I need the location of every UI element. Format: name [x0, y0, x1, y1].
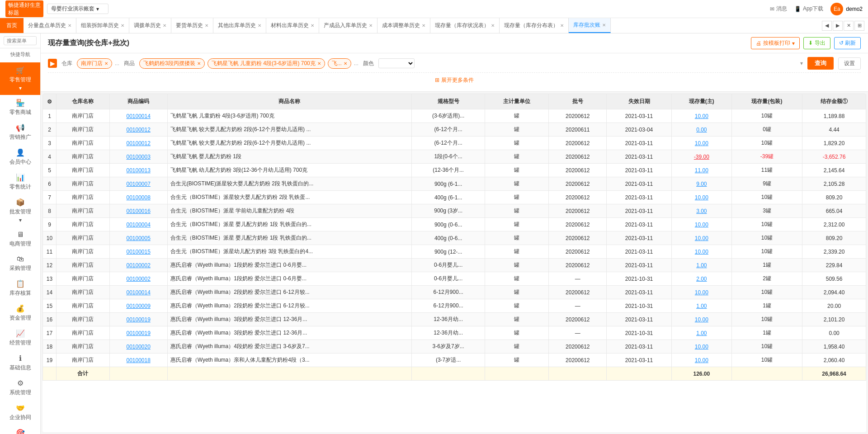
- user-profile[interactable]: Ea demo2: [830, 3, 863, 15]
- product-tag-1-close[interactable]: ✕: [197, 61, 201, 66]
- cell-qty-main[interactable]: 10.00: [671, 354, 731, 367]
- tab-home[interactable]: 首页: [0, 18, 24, 33]
- cell-code[interactable]: 00100018: [109, 354, 167, 367]
- tab-现存量库存分布表[interactable]: 现存量（库存分布表） ✕: [500, 18, 569, 33]
- refresh-button[interactable]: ↺ 刷新: [834, 37, 861, 49]
- sidebar-item-库存核算[interactable]: 📋 库存核算: [0, 276, 40, 301]
- tab-成本调整单历史[interactable]: 成本调整单历史 ✕: [377, 18, 430, 33]
- expand-button[interactable]: ▶: [48, 59, 57, 68]
- cell-qty-main[interactable]: 9.00: [671, 177, 731, 191]
- sidebar-item-批发管理[interactable]: 📦 批发管理 ▾: [0, 194, 40, 227]
- cell-code[interactable]: 00100014: [109, 286, 167, 299]
- cell-code[interactable]: 00100015: [109, 245, 167, 259]
- cell-code[interactable]: 00100005: [109, 231, 167, 245]
- cell-qty-main[interactable]: 10.00: [671, 231, 731, 245]
- cell-qty-main[interactable]: 2.00: [671, 272, 731, 286]
- cell-code[interactable]: 00100002: [109, 259, 167, 272]
- product-tag-2[interactable]: 飞鹤星飞帆 儿童奶粉 4段(3-6岁适用) 700克 ✕: [208, 58, 325, 69]
- sidebar-item-会员中心[interactable]: 👤 会员中心: [0, 145, 40, 170]
- export-button[interactable]: ⬇ 导出: [803, 37, 830, 49]
- cell-code[interactable]: 00100007: [109, 177, 167, 191]
- tab-分量盘点单历史[interactable]: 分量盘点单历史 ✕: [24, 18, 76, 33]
- cell-code[interactable]: 00100019: [109, 313, 167, 326]
- industry-select[interactable]: 母婴行业演示账套 ▾: [47, 4, 108, 14]
- tab-要货单历史[interactable]: 要货单历史 ✕: [171, 18, 213, 33]
- tab-材料出库单历史[interactable]: 材料出库单历史 ✕: [266, 18, 319, 33]
- cell-qty-main[interactable]: 10.00: [671, 109, 731, 123]
- cell-code[interactable]: 00100009: [109, 299, 167, 313]
- tab-close-icon[interactable]: ✕: [560, 23, 564, 28]
- template-print-button[interactable]: 🖨 按模板打印 ▾: [751, 37, 800, 49]
- tab-close-icon[interactable]: ✕: [258, 23, 261, 28]
- tab-next-button[interactable]: ▶: [833, 21, 843, 31]
- product-tag-3-close[interactable]: ✕: [344, 61, 347, 66]
- cell-qty-main[interactable]: 10.00: [671, 245, 731, 259]
- sidebar-item-资金管理[interactable]: 💰 资金管理: [0, 301, 40, 326]
- expand-more-button[interactable]: ⊞ 展开更多条件: [431, 75, 477, 86]
- cell-code[interactable]: 00100019: [109, 326, 167, 340]
- search-input[interactable]: [4, 36, 37, 45]
- tab-调拨单历史[interactable]: 调拨单历史 ✕: [129, 18, 171, 33]
- sidebar-item-零售管理[interactable]: 🛒 零售管理 ▾: [0, 62, 40, 95]
- sidebar-item-零售商城[interactable]: 🏪 零售商城: [0, 95, 40, 120]
- cell-qty-main[interactable]: 11.00: [671, 164, 731, 177]
- sidebar-quick-nav[interactable]: 快捷导航: [0, 48, 40, 61]
- cell-code[interactable]: 00100008: [109, 191, 167, 204]
- query-button[interactable]: 查询: [807, 57, 834, 70]
- cell-code[interactable]: 00100004: [109, 218, 167, 231]
- tab-close-icon[interactable]: ✕: [311, 23, 314, 28]
- sidebar-item-新手引导[interactable]: 🎯 新手引导: [0, 425, 40, 434]
- message-button[interactable]: ✉ 消息: [770, 5, 787, 13]
- tab-库存批次账[interactable]: 库存批次账 ✕: [569, 18, 611, 33]
- col-settings[interactable]: ⚙: [43, 94, 57, 109]
- cell-qty-main[interactable]: 1.00: [671, 299, 731, 313]
- sidebar-item-营销推广[interactable]: 📢 营销推广: [0, 120, 40, 145]
- tab-close-icon[interactable]: ✕: [68, 23, 71, 28]
- sidebar-item-电商管理[interactable]: 🖥 电商管理: [0, 227, 40, 251]
- tab-其他出库单历史[interactable]: 其他出库单历史 ✕: [213, 18, 266, 33]
- sidebar-item-零售统计[interactable]: 📊 零售统计: [0, 170, 40, 194]
- tab-close-icon[interactable]: ✕: [205, 23, 208, 28]
- warehouse-more-button[interactable]: ...: [115, 60, 119, 66]
- tab-close-icon[interactable]: ✕: [121, 23, 124, 28]
- tab-产成品入库单历史[interactable]: 产成品入库单历史 ✕: [319, 18, 377, 33]
- tab-close-icon[interactable]: ✕: [163, 23, 166, 28]
- cell-qty-main[interactable]: 1.00: [671, 259, 731, 272]
- cell-qty-main[interactable]: 10.00: [671, 191, 731, 204]
- product-tag-2-close[interactable]: ✕: [317, 61, 321, 66]
- sidebar-item-企业协同[interactable]: 🤝 企业协同: [0, 400, 40, 425]
- product-tag-1[interactable]: 飞鹤奶粉3段丙摆搂装 ✕: [139, 58, 205, 69]
- sidebar-item-基础信息[interactable]: ℹ 基础信息: [0, 350, 40, 375]
- sidebar-item-系统管理[interactable]: ⚙ 系统管理: [0, 375, 40, 400]
- tab-组装拆卸单历史[interactable]: 组装拆卸单历史 ✕: [76, 18, 129, 33]
- cell-code[interactable]: 00100012: [109, 137, 167, 150]
- sidebar-item-经营管理[interactable]: 📈 经营管理: [0, 326, 40, 350]
- cell-qty-main[interactable]: 0.00: [671, 123, 731, 137]
- tab-close-icon[interactable]: ✕: [422, 23, 425, 28]
- cell-qty-main[interactable]: 10.00: [671, 218, 731, 231]
- cell-qty-main[interactable]: 1.00: [671, 326, 731, 340]
- tab-close-icon[interactable]: ✕: [602, 23, 606, 28]
- warehouse-tag-close-icon[interactable]: ✕: [104, 61, 108, 66]
- cell-qty-main[interactable]: 10.00: [671, 286, 731, 299]
- cell-code[interactable]: 00100020: [109, 340, 167, 354]
- cell-code[interactable]: 00100012: [109, 123, 167, 137]
- settings-button[interactable]: 设置: [838, 57, 861, 70]
- cell-qty-main[interactable]: 10.00: [671, 340, 731, 354]
- cell-code[interactable]: 00100016: [109, 204, 167, 218]
- cell-code[interactable]: 00100013: [109, 164, 167, 177]
- sidebar-item-采购管理[interactable]: 🛍 采购管理: [0, 251, 40, 276]
- cell-qty-main[interactable]: 10.00: [671, 137, 731, 150]
- cell-code[interactable]: 00100003: [109, 150, 167, 164]
- warehouse-tag[interactable]: 南岸门店 ✕: [77, 58, 112, 69]
- tab-expand-button[interactable]: ⊞: [854, 21, 864, 31]
- cell-qty-main[interactable]: -39.00: [671, 150, 731, 164]
- tab-close-icon[interactable]: ✕: [369, 23, 373, 28]
- tab-close-icon[interactable]: ✕: [491, 23, 495, 28]
- product-tag-3[interactable]: 飞... ✕: [328, 58, 351, 69]
- tab-prev-button[interactable]: ◀: [822, 21, 832, 31]
- product-more-button[interactable]: ...: [354, 60, 359, 66]
- cell-code[interactable]: 00100014: [109, 109, 167, 123]
- color-select[interactable]: [378, 58, 415, 68]
- cell-qty-main[interactable]: 10.00: [671, 313, 731, 326]
